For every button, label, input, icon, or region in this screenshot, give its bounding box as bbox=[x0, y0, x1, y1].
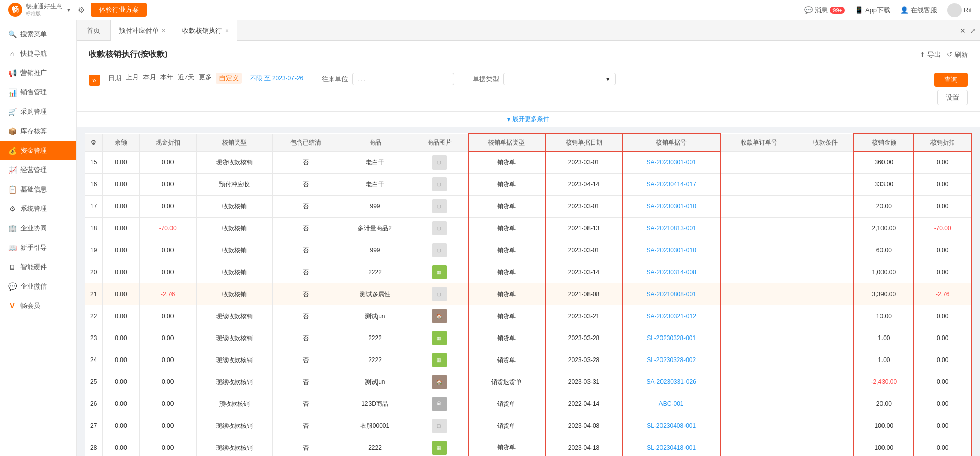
filter-from-unit-group: 往来单位 ... bbox=[322, 73, 454, 85]
cell-verify-bill-no[interactable]: SA-20230314-008 bbox=[622, 261, 720, 283]
verify-bill-no-link[interactable]: SA-20210813-001 bbox=[646, 225, 696, 232]
refresh-button[interactable]: ↺ 刷新 bbox=[947, 50, 968, 59]
cell-product-img: ▢ bbox=[411, 239, 468, 261]
table-row: 27 0.00 0.00 现续收款核销 否 衣服00001 ▢ 销货单 2023… bbox=[85, 415, 972, 437]
service-btn[interactable]: 👤 在线客服 bbox=[900, 6, 937, 15]
app-download-btn[interactable]: 📱 App下载 bbox=[855, 6, 890, 15]
wechat-icon: 💬 bbox=[8, 282, 16, 291]
guide-icon: 📖 bbox=[8, 244, 16, 252]
verify-bill-no-link[interactable]: SL-20230418-001 bbox=[647, 444, 696, 451]
filter-date-this-month[interactable]: 本月 bbox=[143, 73, 156, 84]
sidebar-item-guide[interactable]: 📖 新手引导 bbox=[0, 238, 76, 257]
cell-verify-bill-no[interactable]: SA-20230321-012 bbox=[622, 305, 720, 327]
verify-bill-no-link[interactable]: SL-20230408-001 bbox=[647, 422, 696, 429]
cell-product-img: ▦ bbox=[411, 349, 468, 371]
export-button[interactable]: ⬆ 导出 bbox=[920, 50, 941, 59]
business-icon: 📈 bbox=[8, 166, 16, 174]
filter-receipt-type-label: 单据类型 bbox=[473, 75, 499, 84]
sidebar-item-wechat[interactable]: 💬 企业微信 bbox=[0, 277, 76, 296]
sidebar-item-search-menu[interactable]: 🔍 搜索菜单 bbox=[0, 25, 76, 44]
nav-dropdown-arrow[interactable]: ▼ bbox=[66, 7, 71, 13]
tab-expand-button[interactable]: ⤢ bbox=[970, 27, 976, 35]
tab-close-all-button[interactable]: ✕ bbox=[960, 27, 966, 35]
cell-verify-bill-no[interactable]: SL-20230328-001 bbox=[622, 327, 720, 349]
cell-receipt-order-no bbox=[720, 283, 797, 305]
cell-receipt-condition bbox=[797, 437, 854, 457]
industry-solution-button[interactable]: 体验行业方案 bbox=[91, 3, 147, 17]
cell-verify-bill-no[interactable]: SL-20230418-001 bbox=[622, 437, 720, 457]
tab-prepay-close[interactable]: × bbox=[162, 27, 165, 34]
verify-bill-no-link[interactable]: SA-20230301-010 bbox=[646, 203, 696, 210]
message-btn[interactable]: 💬 消息 99+ bbox=[804, 6, 845, 15]
cell-balance: 0.00 bbox=[103, 196, 139, 218]
sidebar-item-finance[interactable]: 💰 资金管理 bbox=[0, 141, 76, 160]
verify-bill-no-link[interactable]: SA-20210808-001 bbox=[646, 291, 696, 298]
cell-verify-bill-no[interactable]: SA-20230301-010 bbox=[622, 196, 720, 218]
verify-bill-no-link[interactable]: SA-20230301-010 bbox=[646, 247, 696, 254]
expand-conditions-btn[interactable]: ▾ 展开更多条件 bbox=[507, 115, 549, 124]
sidebar-item-sales-label: 销售管理 bbox=[20, 88, 47, 97]
cell-verify-bill-no[interactable]: SL-20230328-002 bbox=[622, 349, 720, 371]
cell-verify-bill-no[interactable]: SA-20230331-026 bbox=[622, 371, 720, 393]
cell-verify-amount: 20.00 bbox=[854, 196, 914, 218]
cell-verify-bill-no[interactable]: SA-20230414-017 bbox=[622, 174, 720, 196]
cell-include-settled: 否 bbox=[273, 371, 339, 393]
cell-no: 15 bbox=[85, 152, 103, 174]
sidebar-item-system[interactable]: ⚙ 系统管理 bbox=[0, 199, 76, 219]
verify-bill-no-link[interactable]: SA-20230321-012 bbox=[646, 313, 696, 320]
query-button[interactable]: 查询 bbox=[934, 73, 968, 87]
cell-verify-bill-no[interactable]: ABC-001 bbox=[622, 393, 720, 415]
sidebar-item-member[interactable]: V 畅会员 bbox=[0, 296, 76, 316]
verify-bill-no-link[interactable]: ABC-001 bbox=[659, 400, 684, 407]
sidebar-item-basic[interactable]: 📋 基础信息 bbox=[0, 180, 76, 199]
sidebar-item-business[interactable]: 📈 经营管理 bbox=[0, 160, 76, 180]
filter-receipt-type-select[interactable]: ▾ bbox=[503, 73, 616, 85]
logo-name: 畅捷通好生意 bbox=[26, 3, 62, 10]
tab-prepay[interactable]: 预付冲应付单 × bbox=[111, 20, 174, 41]
filter-toggle-button[interactable]: » bbox=[89, 75, 100, 86]
content-header: 收款核销执行(按收款) ⬆ 导出 ↺ 刷新 bbox=[77, 41, 980, 66]
verify-bill-no-link[interactable]: SL-20230328-002 bbox=[647, 356, 696, 364]
tab-verify[interactable]: 收款核销执行 × bbox=[174, 20, 237, 41]
verify-bill-no-link[interactable]: SL-20230328-001 bbox=[647, 334, 696, 342]
filter-date-last-month[interactable]: 上月 bbox=[126, 73, 139, 84]
verify-bill-no-link[interactable]: SA-20230331-026 bbox=[646, 378, 696, 386]
cell-verify-discount: 0.00 bbox=[914, 415, 971, 437]
cell-verify-bill-type: 销货单 bbox=[468, 261, 545, 283]
app-icon: 📱 bbox=[855, 6, 863, 14]
verify-bill-no-link[interactable]: SA-20230314-008 bbox=[646, 269, 696, 276]
filter-bar: » 日期 上月 本月 本年 近7天 更多 自定义 不限 至 2023-07-26 bbox=[77, 66, 980, 112]
filter-date-7days[interactable]: 近7天 bbox=[178, 73, 194, 84]
cell-verify-bill-no[interactable]: SA-20230301-010 bbox=[622, 239, 720, 261]
cell-verify-bill-no[interactable]: SA-20230301-001 bbox=[622, 152, 720, 174]
col-header-settings[interactable]: ⚙ bbox=[85, 134, 103, 152]
table-settings-icon[interactable]: ⚙ bbox=[91, 139, 96, 146]
sidebar-item-quick-nav[interactable]: ⌂ 快捷导航 bbox=[0, 44, 76, 63]
filter-date-custom[interactable]: 自定义 bbox=[216, 73, 242, 84]
cell-verify-bill-no[interactable]: SL-20230408-001 bbox=[622, 415, 720, 437]
filter-from-unit-input[interactable]: ... bbox=[352, 73, 454, 85]
verify-bill-no-link[interactable]: SA-20230301-001 bbox=[646, 159, 696, 166]
tab-verify-close[interactable]: × bbox=[225, 27, 229, 34]
filter-date-more[interactable]: 更多 bbox=[199, 73, 212, 84]
cell-include-settled: 否 bbox=[273, 349, 339, 371]
cell-cash-discount: 0.00 bbox=[139, 393, 196, 415]
cell-include-settled: 否 bbox=[273, 261, 339, 283]
cell-verify-bill-no[interactable]: SA-20210808-001 bbox=[622, 283, 720, 305]
sidebar-item-sales[interactable]: 📊 销售管理 bbox=[0, 83, 76, 102]
cell-no: 16 bbox=[85, 174, 103, 196]
filter-settings-button[interactable]: 设置 bbox=[937, 90, 968, 105]
gear-button[interactable]: ⚙ bbox=[78, 5, 85, 15]
tab-home[interactable]: 首页 bbox=[77, 20, 111, 41]
sidebar-item-marketing[interactable]: 📢 营销推广 bbox=[0, 63, 76, 83]
sidebar-item-purchase[interactable]: 🛒 采购管理 bbox=[0, 102, 76, 122]
sidebar-item-inventory[interactable]: 📦 库存核算 bbox=[0, 122, 76, 141]
user-info[interactable]: Rit bbox=[947, 3, 972, 17]
cell-no: 21 bbox=[85, 283, 103, 305]
cell-verify-bill-no[interactable]: SA-20210813-001 bbox=[622, 218, 720, 239]
sidebar-item-enterprise[interactable]: 🏢 企业协同 bbox=[0, 219, 76, 238]
sidebar-item-hardware[interactable]: 🖥 智能硬件 bbox=[0, 257, 76, 277]
expand-conditions-bar: ▾ 展开更多条件 bbox=[77, 112, 980, 127]
filter-date-this-year[interactable]: 本年 bbox=[160, 73, 174, 84]
verify-bill-no-link[interactable]: SA-20230414-017 bbox=[646, 181, 696, 188]
